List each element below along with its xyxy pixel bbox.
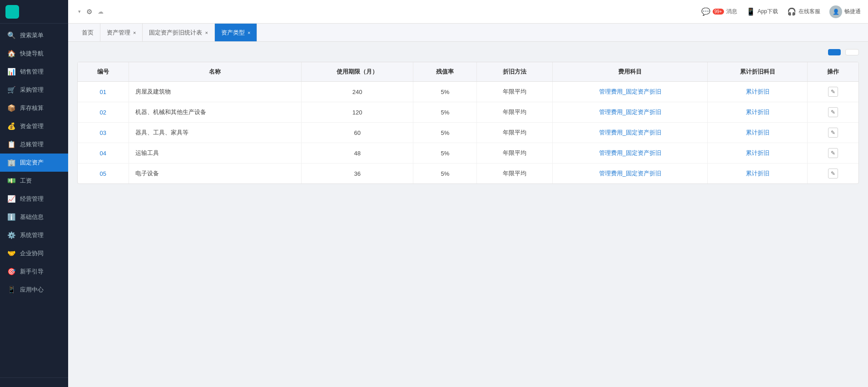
sidebar-logo bbox=[0, 0, 68, 24]
edit-button[interactable]: ✎ bbox=[828, 128, 838, 138]
sidebar-item-sales[interactable]: 📊销售管理 bbox=[0, 63, 68, 81]
topbar-action-app-download[interactable]: 📱App下载 bbox=[746, 7, 778, 16]
tabbar-actions bbox=[846, 32, 861, 34]
row-action[interactable]: ✎ bbox=[808, 143, 858, 164]
table-row: 04运输工具485%年限平均管理费用_固定资产折旧累计折旧✎ bbox=[78, 143, 858, 164]
edit-button[interactable]: ✎ bbox=[828, 87, 838, 97]
edit-button[interactable]: ✎ bbox=[828, 107, 838, 117]
sidebar-item-search[interactable]: 🔍搜索菜单 bbox=[0, 26, 68, 45]
sidebar-item-enterprise[interactable]: 🤝企业协同 bbox=[0, 244, 68, 263]
tab-asset-type[interactable]: 资产类型× bbox=[215, 24, 257, 41]
quick-nav-icon: 🏠 bbox=[7, 50, 15, 58]
user-name: 畅捷通 bbox=[844, 8, 861, 15]
row-method: 年限平均 bbox=[477, 143, 553, 164]
edit-button[interactable]: ✎ bbox=[828, 148, 838, 158]
row-residual: 5% bbox=[413, 102, 477, 123]
row-residual: 5% bbox=[413, 123, 477, 143]
row-residual: 5% bbox=[413, 82, 477, 102]
refresh-button[interactable] bbox=[845, 49, 859, 55]
row-period: 120 bbox=[301, 102, 413, 123]
row-name: 运输工具 bbox=[129, 143, 301, 164]
row-action[interactable]: ✎ bbox=[808, 123, 858, 143]
sidebar-item-label: 快捷导航 bbox=[20, 50, 44, 58]
row-period: 60 bbox=[301, 123, 413, 143]
sidebar-item-quick-nav[interactable]: 🏠快捷导航 bbox=[0, 45, 68, 63]
sidebar-item-capital[interactable]: 💰资金管理 bbox=[0, 117, 68, 135]
capital-icon: 💰 bbox=[7, 122, 15, 130]
row-expense: 管理费用_固定资产折旧 bbox=[552, 123, 708, 143]
row-name: 机器、机械和其他生产设备 bbox=[129, 102, 301, 123]
row-method: 年限平均 bbox=[477, 123, 553, 143]
sidebar-item-label: 应用中心 bbox=[20, 286, 44, 294]
row-name: 房屋及建筑物 bbox=[129, 82, 301, 102]
topbar-action-customer-service[interactable]: 🎧在线客服 bbox=[787, 7, 820, 16]
customer-service-label: 在线客服 bbox=[799, 8, 820, 15]
row-method: 年限平均 bbox=[477, 164, 553, 184]
sidebar-item-label: 新手引导 bbox=[20, 268, 44, 276]
notification-badge: 99+ bbox=[713, 9, 724, 15]
row-residual: 5% bbox=[413, 143, 477, 164]
tab-close-icon[interactable]: × bbox=[248, 30, 250, 35]
topbar-action-message[interactable]: 💬99+消息 bbox=[701, 7, 737, 16]
col-header-expense: 费用科目 bbox=[552, 62, 708, 82]
sidebar-item-label: 采购管理 bbox=[20, 86, 44, 94]
row-accum: 累计折旧 bbox=[708, 143, 808, 164]
sidebar-item-label: 工资 bbox=[20, 177, 32, 185]
settings-gear-icon[interactable]: ⚙ bbox=[86, 8, 92, 16]
sidebar-item-ledger[interactable]: 📋总账管理 bbox=[0, 135, 68, 154]
sidebar-item-app-center[interactable]: 📱应用中心 bbox=[0, 281, 68, 299]
topbar: ▾ ⚙ ☁ 💬99+消息📱App下载🎧在线客服👤畅捷通 bbox=[68, 0, 868, 24]
sidebar-item-system[interactable]: ⚙️系统管理 bbox=[0, 226, 68, 244]
row-accum: 累计折旧 bbox=[708, 123, 808, 143]
tab-label: 资产类型 bbox=[221, 29, 245, 37]
tab-depreciation-table[interactable]: 固定资产折旧统计表× bbox=[143, 24, 214, 41]
user-avatar: 👤 bbox=[829, 5, 842, 18]
sidebar-item-label: 资金管理 bbox=[20, 122, 44, 130]
sidebar-item-guide[interactable]: 🎯新手引导 bbox=[0, 263, 68, 281]
sidebar-item-label: 经营管理 bbox=[20, 195, 44, 203]
sidebar-item-payroll[interactable]: 💵工资 bbox=[0, 172, 68, 190]
page-header bbox=[77, 49, 859, 55]
table-row: 02机器、机械和其他生产设备1205%年限平均管理费用_固定资产折旧累计折旧✎ bbox=[78, 102, 858, 123]
sidebar-nav: 🔍搜索菜单🏠快捷导航📊销售管理🛒采购管理📦库存核算💰资金管理📋总账管理🏢固定资产… bbox=[0, 24, 68, 377]
trial-button[interactable]: ☁ bbox=[98, 8, 106, 15]
row-period: 48 bbox=[301, 143, 413, 164]
sidebar-item-operations[interactable]: 📈经营管理 bbox=[0, 190, 68, 208]
close-tab-button[interactable] bbox=[846, 32, 852, 34]
customer-service-icon: 🎧 bbox=[787, 7, 796, 16]
sidebar-item-basic-info[interactable]: ℹ️基础信息 bbox=[0, 208, 68, 226]
sidebar-item-label: 企业协同 bbox=[20, 249, 44, 258]
fixed-assets-icon: 🏢 bbox=[7, 159, 15, 167]
row-method: 年限平均 bbox=[477, 102, 553, 123]
tab-home[interactable]: 首页 bbox=[75, 24, 100, 41]
tab-close-icon[interactable]: × bbox=[133, 30, 136, 35]
sidebar-item-fixed-assets[interactable]: 🏢固定资产 bbox=[0, 154, 68, 172]
search-icon: 🔍 bbox=[7, 31, 15, 40]
row-period: 240 bbox=[301, 82, 413, 102]
tab-asset-mgmt[interactable]: 资产管理× bbox=[100, 24, 143, 41]
row-action[interactable]: ✎ bbox=[808, 102, 858, 123]
row-action[interactable]: ✎ bbox=[808, 164, 858, 184]
company-selector[interactable]: ▾ bbox=[75, 9, 81, 15]
row-code: 02 bbox=[78, 102, 129, 123]
sidebar-footer bbox=[0, 377, 68, 387]
new-button[interactable] bbox=[828, 49, 841, 55]
sidebar-item-label: 基础信息 bbox=[20, 213, 44, 221]
row-action[interactable]: ✎ bbox=[808, 82, 858, 102]
expand-tab-button[interactable] bbox=[855, 32, 861, 34]
sidebar-item-inventory[interactable]: 📦库存核算 bbox=[0, 99, 68, 117]
tab-close-icon[interactable]: × bbox=[205, 30, 208, 35]
sidebar-item-label: 总账管理 bbox=[20, 140, 44, 149]
system-icon: ⚙️ bbox=[7, 231, 15, 239]
row-residual: 5% bbox=[413, 164, 477, 184]
logo-icon bbox=[5, 5, 19, 19]
message-label: 消息 bbox=[726, 8, 737, 15]
topbar-action-user[interactable]: 👤畅捷通 bbox=[829, 5, 861, 18]
sidebar-item-label: 固定资产 bbox=[20, 159, 44, 167]
sidebar-item-label: 搜索菜单 bbox=[20, 31, 44, 40]
row-code: 01 bbox=[78, 82, 129, 102]
edit-button[interactable]: ✎ bbox=[828, 169, 838, 179]
message-icon: 💬 bbox=[701, 7, 710, 16]
sidebar-item-purchase[interactable]: 🛒采购管理 bbox=[0, 81, 68, 99]
basic-info-icon: ℹ️ bbox=[7, 213, 15, 221]
